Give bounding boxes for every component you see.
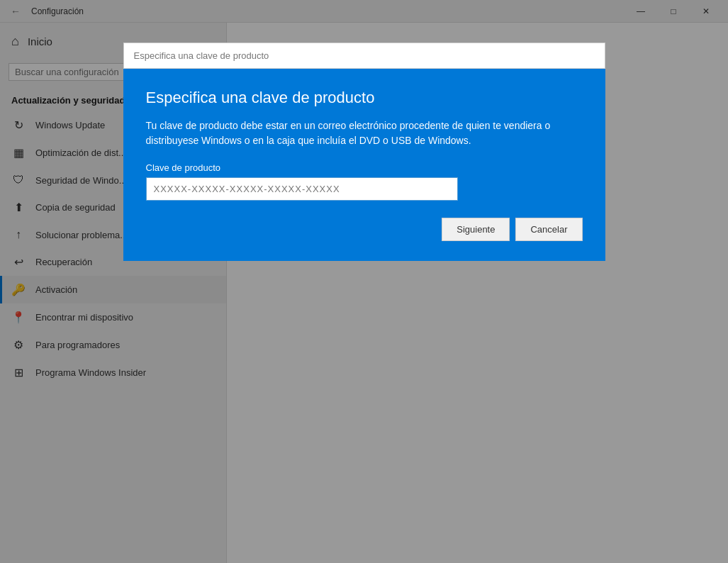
dialog-top-input[interactable] bbox=[123, 43, 605, 69]
dialog-buttons: Siguiente Cancelar bbox=[146, 218, 583, 241]
dialog-body: Especifica una clave de producto Tu clav… bbox=[123, 69, 605, 261]
dialog-title: Especifica una clave de producto bbox=[146, 89, 583, 107]
product-key-dialog: Especifica una clave de producto Tu clav… bbox=[123, 43, 605, 261]
product-key-input[interactable] bbox=[146, 177, 458, 201]
next-button[interactable]: Siguiente bbox=[442, 218, 510, 241]
dialog-overlay: Especifica una clave de producto Tu clav… bbox=[0, 0, 728, 563]
dialog-description: Tu clave de producto debe estar en un co… bbox=[146, 118, 583, 148]
product-key-label: Clave de producto bbox=[146, 162, 583, 173]
cancel-button[interactable]: Cancelar bbox=[515, 218, 582, 241]
